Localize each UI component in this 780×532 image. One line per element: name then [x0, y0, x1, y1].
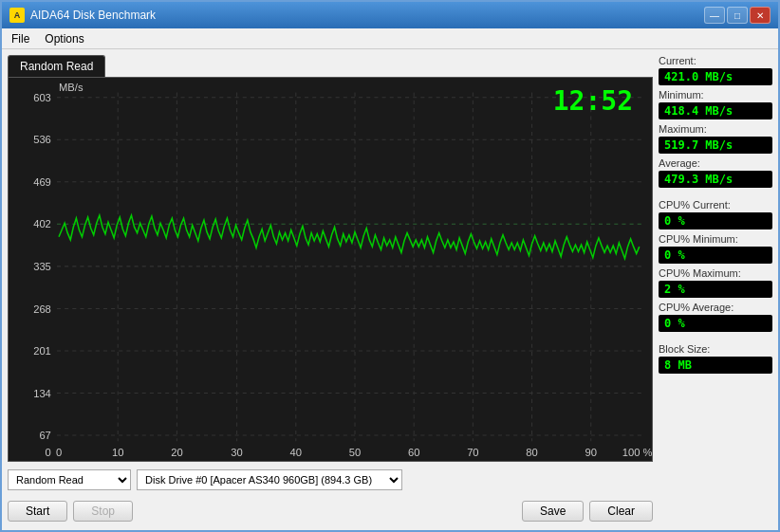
stop-button[interactable]: Stop: [73, 501, 133, 522]
left-panel: Random Read 12:52: [8, 55, 653, 524]
maximum-value: 519.7 MB/s: [659, 137, 772, 154]
svg-text:100 %: 100 %: [622, 447, 652, 458]
cpu-minimum-value: 0 %: [659, 247, 772, 264]
stat-maximum: Maximum: 519.7 MB/s: [659, 123, 772, 154]
svg-text:MB/s: MB/s: [59, 82, 84, 93]
right-panel: Current: 421.0 MB/s Minimum: 418.4 MB/s …: [659, 55, 772, 524]
cpu-current-label: CPU% Current:: [659, 199, 772, 211]
svg-text:50: 50: [349, 447, 361, 458]
main-content: Random Read 12:52: [2, 49, 778, 530]
cpu-maximum-label: CPU% Maximum:: [659, 267, 772, 279]
chart-container: 12:52: [8, 77, 653, 462]
average-value: 479.3 MB/s: [659, 171, 772, 188]
title-bar-left: A AIDA64 Disk Benchmark: [9, 8, 156, 23]
stat-block-size: Block Size: 8 MB: [659, 343, 772, 374]
stat-cpu-current: CPU% Current: 0 %: [659, 199, 772, 229]
svg-text:201: 201: [33, 345, 51, 357]
svg-text:0: 0: [46, 447, 51, 458]
svg-text:402: 402: [33, 218, 51, 229]
svg-text:536: 536: [33, 134, 51, 145]
stat-cpu-average: CPU% Average: 0 %: [659, 302, 772, 332]
time-display: 12:52: [553, 85, 633, 117]
mode-select[interactable]: Random Read Sequential Read Random Write…: [8, 469, 131, 490]
svg-text:70: 70: [467, 447, 478, 458]
minimum-label: Minimum:: [659, 89, 772, 101]
svg-text:30: 30: [231, 447, 242, 458]
svg-text:90: 90: [585, 447, 597, 458]
save-button[interactable]: Save: [522, 501, 584, 522]
app-icon: A: [9, 8, 25, 23]
block-size-label: Block Size:: [659, 343, 772, 355]
start-button[interactable]: Start: [8, 501, 67, 522]
btn-group-right: Save Clear: [522, 501, 653, 522]
close-button[interactable]: ✕: [750, 7, 771, 24]
stat-cpu-minimum: CPU% Minimum: 0 %: [659, 233, 772, 264]
stat-average: Average: 479.3 MB/s: [659, 157, 772, 188]
menu-bar: File Options: [2, 28, 778, 49]
drive-select[interactable]: Disk Drive #0 [Apacer AS340 960GB] (894.…: [137, 469, 402, 490]
tab-random-read[interactable]: Random Read: [8, 55, 105, 77]
svg-text:0: 0: [56, 447, 62, 458]
svg-text:603: 603: [33, 92, 51, 103]
clear-button[interactable]: Clear: [589, 501, 653, 522]
btn-group-left: Start Stop: [8, 501, 133, 522]
svg-text:10: 10: [112, 447, 123, 458]
tab-bar: Random Read: [8, 55, 653, 77]
svg-text:40: 40: [290, 447, 302, 458]
minimum-value: 418.4 MB/s: [659, 102, 772, 119]
current-value: 421.0 MB/s: [659, 68, 772, 85]
svg-text:20: 20: [171, 447, 182, 458]
stat-current: Current: 421.0 MB/s: [659, 55, 772, 85]
svg-text:67: 67: [39, 430, 50, 441]
svg-rect-0: [9, 78, 652, 461]
main-window: A AIDA64 Disk Benchmark — □ ✕ File Optio…: [0, 0, 780, 532]
average-label: Average:: [659, 157, 772, 169]
menu-file[interactable]: File: [6, 30, 35, 47]
svg-text:60: 60: [408, 447, 419, 458]
cpu-average-value: 0 %: [659, 315, 772, 332]
cpu-maximum-value: 2 %: [659, 281, 772, 298]
stat-minimum: Minimum: 418.4 MB/s: [659, 89, 772, 119]
menu-options[interactable]: Options: [39, 30, 89, 47]
maximum-label: Maximum:: [659, 123, 772, 135]
svg-text:80: 80: [526, 447, 537, 458]
cpu-current-value: 0 %: [659, 212, 772, 229]
block-size-value: 8 MB: [659, 357, 772, 374]
cpu-average-label: CPU% Average:: [659, 302, 772, 313]
controls-row: Random Read Sequential Read Random Write…: [8, 468, 653, 492]
svg-text:335: 335: [33, 261, 51, 272]
title-buttons: — □ ✕: [704, 7, 771, 24]
window-title: AIDA64 Disk Benchmark: [30, 9, 156, 22]
svg-text:134: 134: [33, 388, 51, 399]
current-label: Current:: [659, 55, 772, 66]
minimize-button[interactable]: —: [704, 7, 725, 24]
svg-text:268: 268: [33, 303, 51, 315]
chart-svg: 603 536 469 402 335 268 201 134 67 0 MB/…: [9, 78, 652, 461]
button-row: Start Stop Save Clear: [8, 498, 653, 524]
maximize-button[interactable]: □: [727, 7, 748, 24]
title-bar: A AIDA64 Disk Benchmark — □ ✕: [2, 2, 778, 28]
cpu-minimum-label: CPU% Minimum:: [659, 233, 772, 245]
svg-text:469: 469: [33, 176, 51, 188]
stat-cpu-maximum: CPU% Maximum: 2 %: [659, 267, 772, 298]
